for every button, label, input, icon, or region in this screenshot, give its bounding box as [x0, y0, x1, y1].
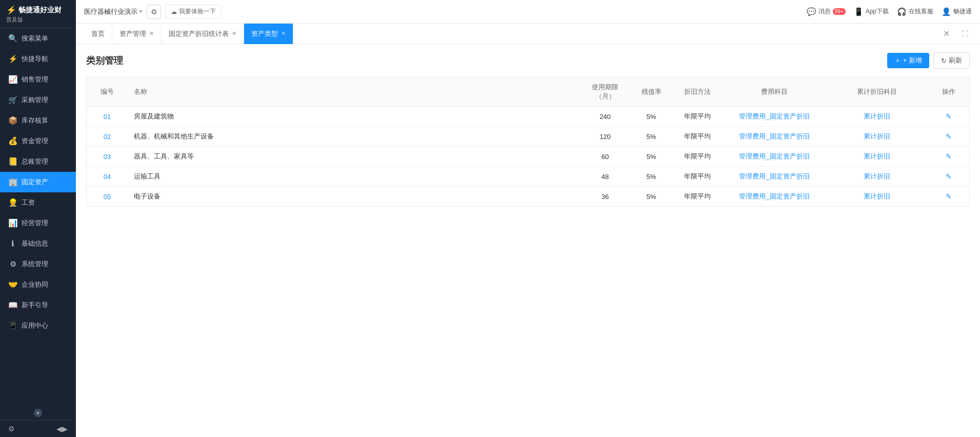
sidebar-item-label: 企业协同	[22, 280, 48, 289]
sidebar-item-label: 快捷导航	[22, 54, 48, 64]
sales-icon: 📈	[8, 75, 17, 84]
cell-name: 器具、工具、家具等	[128, 147, 579, 167]
tab-expand-icon[interactable]: ⛶	[957, 27, 972, 41]
topbar-dropdown-icon[interactable]: ▾	[139, 8, 143, 15]
sidebar-item-enterprise[interactable]: 🤝 企业协同	[0, 274, 76, 295]
cell-no: 01	[87, 107, 128, 127]
topbar-title: 医疗器械行业演示 ▾	[84, 7, 143, 16]
cell-action: ✎	[928, 167, 969, 187]
plus-icon: ＋	[894, 56, 901, 65]
scroll-down-btn[interactable]: ▼	[34, 409, 42, 417]
fixed-assets-icon: 🏢	[8, 177, 17, 187]
sidebar-item-label: 工资	[22, 198, 35, 207]
tab-close-icon[interactable]: ✕	[232, 30, 236, 37]
sidebar: ⚡ 畅捷通好业财 普及版 🔍 搜索菜单 ⚡ 快捷导航 📈 销售管理 🛒 采购管理…	[0, 0, 76, 437]
mobile-icon: 📱	[854, 7, 864, 16]
cloud-icon: ☁	[171, 8, 177, 15]
sidebar-item-label: 应用中心	[22, 321, 48, 330]
guide-icon: 📖	[8, 301, 17, 310]
tab-depreciation-table[interactable]: 固定资产折旧统计表 ✕	[162, 24, 244, 44]
page-actions: ＋ + 新增 ↻ 刷新	[887, 52, 970, 69]
topbar-left: 医疗器械行业演示 ▾ ⚙ ☁ 我要体验一下	[84, 5, 222, 19]
tab-asset-management[interactable]: 资产管理 ✕	[112, 24, 162, 44]
cell-action: ✎	[928, 187, 969, 207]
app-edition: 普及版	[6, 16, 70, 24]
col-header-period: 使用期限（月）	[579, 77, 631, 107]
sidebar-item-label: 经营管理	[22, 218, 48, 228]
edit-icon[interactable]: ✎	[946, 172, 952, 181]
user-btn[interactable]: 👤 畅捷通	[942, 7, 972, 16]
cell-expense: 管理费用_固定资产折旧	[723, 107, 826, 127]
sidebar-bottom: ⚙ ◀▶	[0, 420, 76, 437]
refresh-icon: ↻	[941, 57, 947, 65]
sidebar-item-guide[interactable]: 📖 新手引导	[0, 295, 76, 315]
tab-close-icon[interactable]: ✕	[281, 30, 286, 37]
category-table: 编号 名称 使用期限（月） 残值率 折旧方法 费用科目 累计折旧科目 操作 01…	[87, 77, 969, 206]
cell-name: 运输工具	[128, 167, 579, 187]
edit-icon[interactable]: ✎	[946, 192, 952, 201]
cell-residual: 5%	[631, 107, 672, 127]
sidebar-item-label: 销售管理	[22, 75, 48, 84]
new-btn[interactable]: ＋ + 新增	[887, 53, 929, 68]
edit-icon[interactable]: ✎	[946, 152, 952, 161]
cell-method: 年限平均	[672, 187, 723, 207]
sidebar-item-system[interactable]: ⚙ 系统管理	[0, 254, 76, 274]
sidebar-item-purchase[interactable]: 🛒 采购管理	[0, 90, 76, 110]
topbar-gear-btn[interactable]: ⚙	[147, 5, 161, 19]
tab-close-icon[interactable]: ✕	[149, 30, 154, 37]
cell-period: 48	[579, 167, 631, 187]
refresh-btn[interactable]: ↻ 刷新	[933, 52, 970, 69]
tab-home[interactable]: 首页	[84, 24, 112, 44]
cell-accum: 累计折旧	[826, 187, 928, 207]
inventory-icon: 📦	[8, 116, 17, 125]
sidebar-item-funds[interactable]: 💰 资金管理	[0, 131, 76, 151]
sidebar-item-label: 固定资产	[22, 177, 48, 187]
tab-close-all-icon[interactable]: ✕	[939, 27, 953, 41]
sidebar-item-search[interactable]: 🔍 搜索菜单	[0, 28, 76, 49]
data-table-wrapper: 编号 名称 使用期限（月） 残值率 折旧方法 费用科目 累计折旧科目 操作 01…	[86, 77, 970, 207]
cell-accum: 累计折旧	[826, 107, 928, 127]
topbar-title-text: 医疗器械行业演示	[84, 7, 137, 16]
edit-icon[interactable]: ✎	[946, 132, 952, 141]
cell-period: 36	[579, 187, 631, 207]
cell-no: 05	[87, 187, 128, 207]
cell-method: 年限平均	[672, 167, 723, 187]
tab-asset-type[interactable]: 资产类型 ✕	[244, 24, 293, 44]
message-icon: 💬	[807, 7, 816, 16]
col-header-name: 名称	[128, 77, 579, 107]
cell-action: ✎	[928, 147, 969, 167]
tab-label: 固定资产折旧统计表	[169, 29, 229, 38]
funds-icon: 💰	[8, 136, 17, 146]
content-area: 类别管理 ＋ + 新增 ↻ 刷新 编号 名称 使用期限（月）	[76, 44, 980, 437]
topbar-experience-btn[interactable]: ☁ 我要体验一下	[165, 5, 222, 18]
edit-icon[interactable]: ✎	[946, 112, 952, 121]
sidebar-item-quicknav[interactable]: ⚡ 快捷导航	[0, 49, 76, 69]
sidebar-item-salary[interactable]: 👷 工资	[0, 192, 76, 213]
app-download-btn[interactable]: 📱 App下载	[854, 7, 889, 16]
sidebar-item-sales[interactable]: 📈 销售管理	[0, 69, 76, 90]
sidebar-item-label: 新手引导	[22, 301, 48, 310]
sidebar-item-basic-info[interactable]: ℹ 基础信息	[0, 233, 76, 254]
cell-residual: 5%	[631, 167, 672, 187]
sidebar-item-ledger[interactable]: 📒 总账管理	[0, 151, 76, 172]
sidebar-item-appstore[interactable]: 📱 应用中心	[0, 315, 76, 336]
collapse-icon[interactable]: ◀▶	[56, 425, 68, 433]
message-badge: 99+	[833, 8, 846, 15]
cell-period: 60	[579, 147, 631, 167]
tabs-right-controls: ✕ ⛶	[939, 27, 972, 41]
table-row: 05 电子设备 36 5% 年限平均 管理费用_固定资产折旧 累计折旧 ✎	[87, 187, 969, 207]
enterprise-icon: 🤝	[8, 280, 17, 289]
sidebar-item-management[interactable]: 📊 经营管理	[0, 213, 76, 233]
cell-no: 02	[87, 127, 128, 147]
online-service-btn[interactable]: 🎧 在线客服	[897, 7, 933, 16]
sidebar-item-label: 搜索菜单	[22, 34, 48, 43]
sidebar-item-fixed-assets[interactable]: 🏢 固定资产	[0, 172, 76, 192]
settings-icon[interactable]: ⚙	[8, 425, 15, 433]
cell-accum: 累计折旧	[826, 167, 928, 187]
salary-icon: 👷	[8, 198, 17, 207]
cell-action: ✎	[928, 127, 969, 147]
tabs-bar: 首页 资产管理 ✕ 固定资产折旧统计表 ✕ 资产类型 ✕ ✕ ⛶	[76, 24, 980, 44]
sidebar-item-inventory[interactable]: 📦 库存核算	[0, 110, 76, 131]
message-btn[interactable]: 💬 消息 99+	[807, 7, 846, 16]
cell-name: 机器、机械和其他生产设备	[128, 127, 579, 147]
